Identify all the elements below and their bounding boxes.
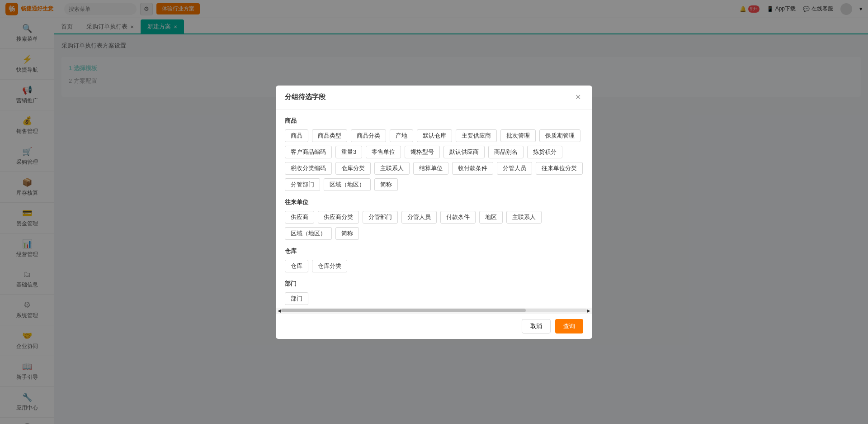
modal-header: 分组待选字段 ✕ xyxy=(276,86,592,110)
field-chip-0-20[interactable]: 分管人员 xyxy=(497,162,532,175)
field-chip-1-3[interactable]: 分管人员 xyxy=(401,211,437,224)
field-chip-0-4[interactable]: 默认仓库 xyxy=(417,129,452,142)
field-chip-0-5[interactable]: 主要供应商 xyxy=(456,129,497,142)
field-chip-1-4[interactable]: 付款条件 xyxy=(440,211,476,224)
field-chips-2: 仓库仓库分类 xyxy=(285,260,583,272)
field-chip-1-0[interactable]: 供应商 xyxy=(285,211,314,224)
hscroll-track[interactable] xyxy=(281,309,587,312)
field-chips-1: 供应商供应商分类分管部门分管人员付款条件地区主联系人区域（地区）简称 xyxy=(285,211,583,240)
field-chip-1-2[interactable]: 分管部门 xyxy=(363,211,398,224)
field-chip-0-18[interactable]: 结算单位 xyxy=(413,162,448,175)
section-title-1: 往来单位 xyxy=(285,198,583,206)
modal-hscroll: ◀ ▶ xyxy=(276,308,592,313)
cancel-button[interactable]: 取消 xyxy=(522,319,551,333)
field-chip-2-0[interactable]: 仓库 xyxy=(285,260,308,272)
modal-title: 分组待选字段 xyxy=(285,93,326,101)
field-chip-0-24[interactable]: 简称 xyxy=(374,178,398,191)
modal-dialog: 分组待选字段 ✕ 商品商品商品类型商品分类产地默认仓库主要供应商批次管理保质期管… xyxy=(276,86,592,339)
modal-close-button[interactable]: ✕ xyxy=(572,92,583,103)
field-chip-0-22[interactable]: 分管部门 xyxy=(285,178,320,191)
field-chip-0-15[interactable]: 税收分类编码 xyxy=(285,162,332,175)
hscroll-left-arrow[interactable]: ◀ xyxy=(278,308,281,313)
field-chip-0-9[interactable]: 重量3 xyxy=(335,146,362,158)
field-chip-0-16[interactable]: 仓库分类 xyxy=(335,162,371,175)
field-chip-0-17[interactable]: 主联系人 xyxy=(374,162,410,175)
hscroll-thumb xyxy=(281,309,526,312)
field-chip-0-0[interactable]: 商品 xyxy=(285,129,308,142)
field-chip-0-23[interactable]: 区域（地区） xyxy=(324,178,371,191)
field-chip-0-13[interactable]: 商品别名 xyxy=(488,146,524,158)
modal-footer: 取消 查询 xyxy=(276,313,592,339)
field-chip-0-19[interactable]: 收付款条件 xyxy=(452,162,493,175)
field-chip-0-12[interactable]: 默认供应商 xyxy=(443,146,485,158)
section-title-3: 部门 xyxy=(285,280,583,288)
field-chip-1-7[interactable]: 区域（地区） xyxy=(285,227,332,240)
field-chip-0-10[interactable]: 零售单位 xyxy=(366,146,401,158)
field-chip-0-8[interactable]: 客户商品编码 xyxy=(285,146,332,158)
field-chip-3-0[interactable]: 部门 xyxy=(285,292,308,305)
field-chip-1-8[interactable]: 简称 xyxy=(335,227,359,240)
field-chip-0-1[interactable]: 商品类型 xyxy=(312,129,347,142)
field-chip-2-1[interactable]: 仓库分类 xyxy=(312,260,347,272)
section-title-2: 仓库 xyxy=(285,247,583,255)
modal-body: 商品商品商品类型商品分类产地默认仓库主要供应商批次管理保质期管理客户商品编码重量… xyxy=(276,110,592,308)
field-chip-0-7[interactable]: 保质期管理 xyxy=(539,129,580,142)
field-chip-0-3[interactable]: 产地 xyxy=(390,129,413,142)
confirm-button[interactable]: 查询 xyxy=(555,319,583,333)
field-chip-0-21[interactable]: 往来单位分类 xyxy=(536,162,583,175)
field-chip-0-6[interactable]: 批次管理 xyxy=(500,129,536,142)
field-chip-0-11[interactable]: 规格型号 xyxy=(405,146,440,158)
field-chip-1-5[interactable]: 地区 xyxy=(479,211,503,224)
field-chips-3: 部门 xyxy=(285,292,583,305)
hscroll-right-arrow[interactable]: ▶ xyxy=(587,308,590,313)
section-title-0: 商品 xyxy=(285,117,583,125)
field-chip-0-14[interactable]: 拣货积分 xyxy=(527,146,562,158)
modal-overlay: 分组待选字段 ✕ 商品商品商品类型商品分类产地默认仓库主要供应商批次管理保质期管… xyxy=(0,0,868,424)
field-chip-1-6[interactable]: 主联系人 xyxy=(506,211,542,224)
field-chip-0-2[interactable]: 商品分类 xyxy=(351,129,386,142)
field-chip-1-1[interactable]: 供应商分类 xyxy=(318,211,359,224)
field-chips-0: 商品商品类型商品分类产地默认仓库主要供应商批次管理保质期管理客户商品编码重量3零… xyxy=(285,129,583,191)
